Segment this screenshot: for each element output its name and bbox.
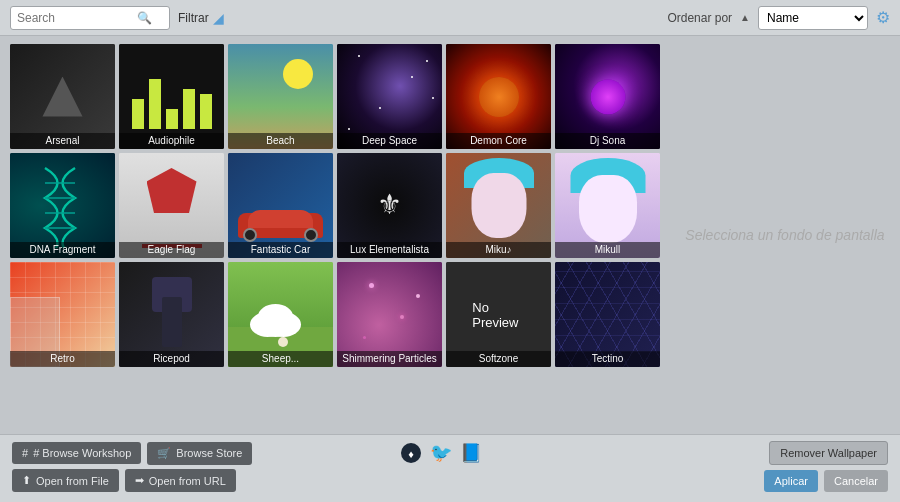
wallpaper-item[interactable]: Dj Sona [555,44,660,149]
sort-select[interactable]: Name Date Added Rating [758,6,868,30]
apply-button[interactable]: Aplicar [764,470,818,492]
facebook-icon[interactable]: 📘 [459,441,483,465]
store-icon: 🛒 [157,447,171,460]
wallpaper-item[interactable]: No Preview Softzone [446,262,551,367]
wallpaper-item[interactable]: Mikull [555,153,660,258]
wallpaper-label: Sheep... [228,351,333,367]
bottom-bar: # # Browse Workshop 🛒 Browse Store ♦ 🐦 📘… [0,434,900,502]
wallpaper-item[interactable]: DNA Fragment [10,153,115,258]
wallpaper-label: Deep Space [337,133,442,149]
wallpaper-label: Mikull [555,242,660,258]
open-from-url-button[interactable]: ➡ Open from URL [125,469,236,492]
wallpaper-item[interactable]: Eagle Flag [119,153,224,258]
open-file-label: Open from File [36,475,109,487]
right-panel: Selecciona un fondo de pantalla [670,36,900,434]
settings-gear-button[interactable]: ⚙ [876,8,890,27]
wallpaper-label: DNA Fragment [10,242,115,258]
wallpaper-label: Eagle Flag [119,242,224,258]
wallpaper-item[interactable]: Miku♪ [446,153,551,258]
wallpaper-item[interactable]: Ricepod [119,262,224,367]
wallpaper-item[interactable]: Audiophile [119,44,224,149]
wallpaper-label: Fantastic Car [228,242,333,258]
search-box[interactable]: 🔍 [10,6,170,30]
open-from-file-button[interactable]: ⬆ Open from File [12,469,119,492]
apply-label: Aplicar [774,475,808,487]
no-preview-label: No Preview [472,300,525,330]
wallpaper-label: Lux Elementalista [337,242,442,258]
wallpaper-label: Shimmering Particles [337,351,442,367]
workshop-icon: # [22,447,28,459]
browse-workshop-label: # Browse Workshop [33,447,131,459]
filter-label: Filtrar [178,11,209,25]
wallpaper-label: Audiophile [119,133,224,149]
filter-button[interactable]: Filtrar ◢ [178,10,224,26]
sort-asc-icon: ▲ [740,12,750,23]
open-url-label: Open from URL [149,475,226,487]
wallpaper-item[interactable]: Retro [10,262,115,367]
remove-wallpaper-button[interactable]: Remover Wallpaper [769,441,888,465]
wallpaper-label: Ricepod [119,351,224,367]
wallpaper-label: Retro [10,351,115,367]
search-input[interactable] [17,11,137,25]
bottom-row-bottom: ⬆ Open from File ➡ Open from URL Aplicar… [12,469,888,492]
wallpaper-grid: Arsenal Audiophile Beach [0,36,670,434]
browse-store-button[interactable]: 🛒 Browse Store [147,442,252,465]
steam-icon[interactable]: ♦ [399,441,423,465]
top-bar: 🔍 Filtrar ◢ Ordenar por ▲ Name Date Adde… [0,0,900,36]
filter-funnel-icon: ◢ [213,10,224,26]
wallpaper-label: Demon Core [446,133,551,149]
svg-text:♦: ♦ [408,448,414,460]
wallpaper-item[interactable]: Deep Space [337,44,442,149]
wallpaper-label: Softzone [446,351,551,367]
browse-workshop-button[interactable]: # # Browse Workshop [12,442,141,464]
wallpaper-item[interactable]: Demon Core [446,44,551,149]
file-icon: ⬆ [22,474,31,487]
wallpaper-item[interactable]: Beach [228,44,333,149]
social-icons: ♦ 🐦 📘 [399,441,483,465]
wallpaper-label: Dj Sona [555,133,660,149]
browse-store-label: Browse Store [176,447,242,459]
wallpaper-item[interactable]: Fantastic Car [228,153,333,258]
selection-hint: Selecciona un fondo de pantalla [685,227,884,243]
right-buttons: Remover Wallpaper [769,441,888,465]
cancel-button[interactable]: Cancelar [824,470,888,492]
wallpaper-label: Arsenal [10,133,115,149]
twitter-icon[interactable]: 🐦 [429,441,453,465]
remove-wallpaper-label: Remover Wallpaper [780,447,877,459]
wallpaper-item[interactable]: Tectino [555,262,660,367]
wallpaper-item[interactable]: Sheep... [228,262,333,367]
main-content: Arsenal Audiophile Beach [0,36,900,434]
url-icon: ➡ [135,474,144,487]
search-icon[interactable]: 🔍 [137,11,152,25]
wallpaper-item[interactable]: Shimmering Particles [337,262,442,367]
ordenar-label: Ordenar por [667,11,732,25]
wallpaper-item[interactable]: ⚜ Lux Elementalista [337,153,442,258]
cancel-label: Cancelar [834,475,878,487]
wallpaper-item[interactable]: Arsenal [10,44,115,149]
wallpaper-label: Tectino [555,351,660,367]
wallpaper-label: Miku♪ [446,242,551,258]
apply-cancel-buttons: Aplicar Cancelar [764,470,888,492]
bottom-row-top: # # Browse Workshop 🛒 Browse Store ♦ 🐦 📘… [12,441,888,465]
wallpaper-label: Beach [228,133,333,149]
